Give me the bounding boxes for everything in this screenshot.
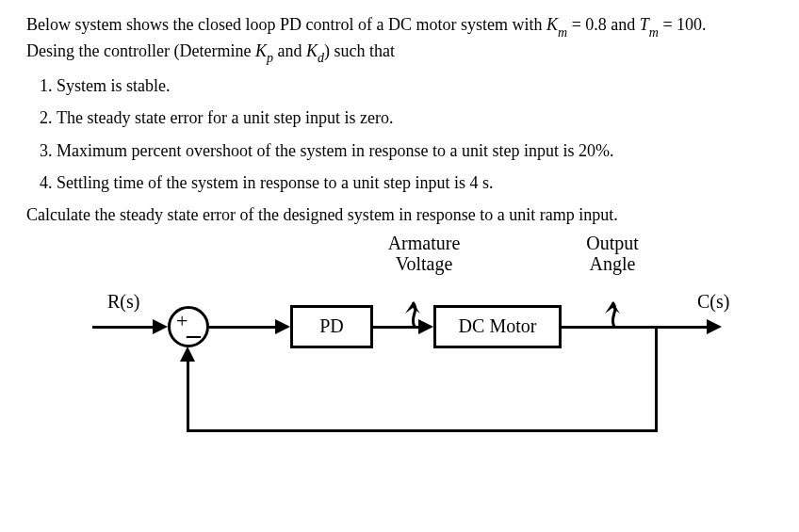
feedback-arrow bbox=[180, 347, 195, 362]
armature-takeoff-icon bbox=[401, 276, 424, 327]
output-angle-takeoff-icon bbox=[601, 276, 624, 327]
input-label: R(s) bbox=[107, 291, 139, 312]
dc-motor-label: DC Motor bbox=[459, 315, 537, 337]
tm-eq: = 100. bbox=[659, 15, 707, 34]
armature-label-2: Voltage bbox=[396, 253, 453, 274]
dc-motor-block: DC Motor bbox=[433, 305, 562, 348]
pd-block: PD bbox=[290, 305, 373, 348]
sum-to-pd-arrow bbox=[275, 319, 290, 334]
list-item: Settling time of the system in response … bbox=[57, 171, 773, 194]
tm-sym: T bbox=[640, 15, 649, 34]
feedback-down-line bbox=[655, 326, 658, 432]
svg-marker-1 bbox=[605, 302, 620, 314]
feedback-bottom-line bbox=[187, 429, 658, 432]
svg-marker-0 bbox=[405, 302, 420, 314]
pd-block-label: PD bbox=[319, 315, 344, 337]
input-line bbox=[92, 326, 155, 329]
list-item: System is stable. bbox=[57, 74, 773, 97]
intro-text-2b: ) such that bbox=[324, 41, 395, 60]
motor-to-output-line bbox=[562, 326, 709, 329]
block-diagram: Armature Voltage Output Angle R(s) C(s) … bbox=[26, 233, 773, 477]
kp-sym: K bbox=[255, 41, 267, 60]
km-eq: = 0.8 and bbox=[567, 15, 640, 34]
armature-voltage-label: Armature Voltage bbox=[377, 233, 471, 274]
output-angle-2: Angle bbox=[590, 253, 636, 274]
feedback-up-line bbox=[187, 361, 189, 432]
intro-text-1: Below system shows the closed loop PD co… bbox=[26, 15, 546, 34]
output-label: C(s) bbox=[697, 291, 729, 312]
intro-text-2a: Desing the controller (Determine bbox=[26, 41, 255, 60]
requirements-list: System is stable. The steady state error… bbox=[34, 74, 773, 194]
list-item: The steady state error for a unit step i… bbox=[57, 106, 773, 129]
km-sym: K bbox=[546, 15, 558, 34]
problem-intro: Below system shows the closed loop PD co… bbox=[26, 13, 773, 65]
output-arrow bbox=[707, 319, 722, 334]
tm-sub: m bbox=[649, 24, 659, 40]
kd-sub: d bbox=[318, 50, 324, 65]
sum-minus: – bbox=[187, 320, 201, 348]
list-item: Maximum percent overshoot of the system … bbox=[57, 139, 773, 162]
input-arrow bbox=[153, 319, 168, 334]
closing-question: Calculate the steady state error of the … bbox=[26, 203, 773, 226]
sum-to-pd-line bbox=[209, 326, 277, 329]
output-angle-1: Output bbox=[586, 233, 639, 253]
output-angle-label: Output Angle bbox=[575, 233, 650, 274]
kd-sym: K bbox=[306, 41, 318, 60]
intro-and: and bbox=[273, 41, 306, 60]
armature-label-1: Armature bbox=[388, 233, 461, 253]
kp-sub: p bbox=[267, 50, 273, 65]
km-sub: m bbox=[558, 24, 567, 40]
